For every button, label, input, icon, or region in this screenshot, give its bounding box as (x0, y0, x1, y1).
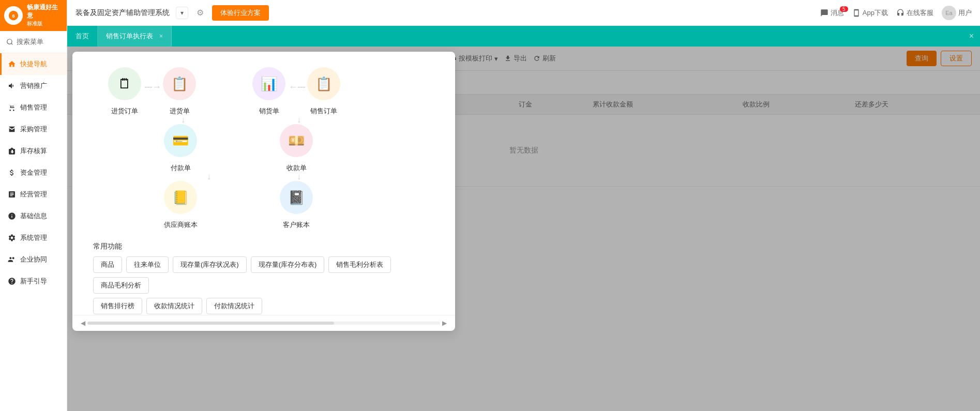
sidebar-item-basic-info[interactable]: 基础信息 (0, 205, 67, 227)
sidebar-item-system[interactable]: 系统管理 (0, 227, 67, 249)
customer-account-circle: 📓 (280, 181, 313, 214)
payment-node: 💳 付款单 (164, 124, 197, 173)
sidebar-item-home[interactable]: 快捷导航 (0, 53, 67, 75)
sidebar-item-operations-label: 经营管理 (20, 190, 47, 199)
sidebar-search-area[interactable]: 搜索菜单 (0, 31, 67, 53)
sidebar-item-marketing-label: 营销推广 (20, 81, 47, 90)
flow-row2: 💳 付款单 (107, 124, 197, 173)
scrollbar-right[interactable]: ▶ (442, 319, 447, 327)
main-content: 装备及固定资产辅助管理系统 ▾ ⚙ 体验行业方案 消息 5 App下载 在线客服 (67, 0, 980, 411)
func-buttons-row1: 商品 往来单位 现存量(库存状况表) 现存量(库存分布表) 销售毛利分析表 商品… (93, 256, 434, 294)
payment-circle: 💳 (164, 124, 197, 157)
tab-home[interactable]: 首页 (67, 26, 98, 47)
supplier-account-node: 📒 供应商账本 (164, 181, 198, 230)
topbar-right: 消息 5 App下载 在线客服 Ea 用户 (820, 6, 972, 20)
purchase-order-label: 进货订单 (111, 106, 138, 116)
topbar: 装备及固定资产辅助管理系统 ▾ ⚙ 体验行业方案 消息 5 App下载 在线客服 (67, 0, 980, 26)
func-btn-sales-rank[interactable]: 销售排行榜 (93, 298, 142, 314)
func-btn-stock-dist[interactable]: 现存量(库存分布表) (251, 256, 325, 273)
func-btn-partner[interactable]: 往来单位 (126, 256, 169, 273)
settings-button[interactable]: ⚙ (194, 6, 206, 20)
tab-home-label: 首页 (76, 32, 89, 41)
flow-diagram: 🗒 进货订单 - - - → 📋 进货单 (93, 67, 434, 230)
tab-sales-order-label: 销售订单执行表 (106, 32, 153, 41)
sales-bill-node: 📊 销货单 (252, 67, 285, 116)
sidebar-item-finance-label: 资金管理 (20, 168, 47, 177)
logo-text: 畅康通好生意 (27, 4, 63, 20)
user-name: 用户 (958, 8, 972, 18)
common-funcs: 常用功能 商品 往来单位 现存量(库存状况表) 现存量(库存分布表) 销售毛利分… (93, 242, 434, 314)
receipt-label: 收款单 (287, 163, 307, 173)
system-title: 装备及固定资产辅助管理系统 (76, 8, 170, 18)
system-dropdown[interactable]: ▾ (176, 7, 188, 19)
customer-account-node: 📓 客户账本 (280, 181, 313, 230)
purchase-order-node: 🗒 进货订单 (108, 67, 141, 116)
svg-point-2 (7, 39, 12, 44)
tab-sales-order[interactable]: 销售订单执行表 × (98, 26, 172, 47)
sidebar-item-guide[interactable]: 新手引导 (0, 270, 67, 292)
user-avatar: Ea (942, 6, 956, 20)
flow-row5: 💴 收款单 (280, 124, 313, 173)
sidebar-item-enterprise[interactable]: 企业协同 (0, 249, 67, 270)
purchase-bill-circle: 📋 (163, 67, 196, 100)
sidebar-item-inventory[interactable]: 库存核算 (0, 140, 67, 162)
online-service-label: 在线客服 (907, 8, 933, 18)
sidebar-item-guide-label: 新手引导 (20, 277, 47, 286)
search-label: 搜索菜单 (17, 37, 43, 47)
scrollbar-left[interactable]: ◀ (81, 319, 85, 327)
modal-scrollbar: ◀ ▶ (72, 315, 455, 331)
func-btn-payment-stats[interactable]: 付款情况统计 (206, 298, 262, 314)
func-btn-product[interactable]: 商品 (93, 256, 122, 273)
flow-right: 📊 销货单 ← - - - 📋 销售订单 (252, 67, 340, 230)
func-btn-receipt-stats[interactable]: 收款情况统计 (146, 298, 202, 314)
receipt-circle: 💴 (280, 124, 313, 157)
app-download-button[interactable]: App下载 (852, 8, 888, 18)
sales-bill-circle: 📊 (252, 67, 285, 100)
tabbar: 首页 销售订单执行表 × × (67, 26, 980, 47)
arrow-1: - - - → (144, 82, 160, 93)
sidebar-item-inventory-label: 库存核算 (20, 146, 47, 156)
experience-button[interactable]: 体验行业方案 (212, 5, 269, 21)
page-body: 帮助 按模板打印 ▾ 导出 刷新 (67, 47, 980, 411)
payment-label: 付款单 (171, 163, 191, 173)
flow-row3: 📒 供应商账本 (107, 181, 198, 230)
online-service-button[interactable]: 在线客服 (896, 8, 933, 18)
sales-order-circle: 📋 (307, 67, 340, 100)
sidebar-item-operations[interactable]: 经营管理 (0, 184, 67, 205)
tab-close-icon[interactable]: × (159, 33, 163, 40)
logo-sub: 标准版 (27, 20, 63, 27)
func-btn-product-margin[interactable]: 商品毛利分析 (93, 277, 149, 294)
sidebar-item-marketing[interactable]: 营销推广 (0, 75, 67, 97)
user-menu[interactable]: Ea 用户 (942, 6, 972, 20)
sidebar-item-sales-label: 销售管理 (20, 103, 47, 112)
arrow-down-1: ↓ (119, 116, 185, 124)
arrow-down-2: ↓ (93, 173, 211, 181)
sidebar-item-finance[interactable]: 资金管理 (0, 162, 67, 184)
message-badge: 5 (840, 6, 848, 12)
search-menu-button[interactable]: 搜索菜单 (4, 35, 63, 49)
sidebar-item-home-label: 快捷导航 (20, 59, 47, 69)
app-download-label: App下载 (863, 8, 888, 18)
func-buttons-row2: 销售排行榜 收款情况统计 付款情况统计 (93, 298, 434, 314)
sidebar-item-purchase[interactable]: 采购管理 (0, 118, 67, 140)
tab-bar-close[interactable]: × (963, 32, 980, 41)
flow-row4: 📊 销货单 ← - - - 📋 销售订单 (252, 67, 340, 116)
svg-line-3 (11, 43, 13, 45)
scrollbar-track (87, 322, 440, 325)
flow-row6: 📓 客户账本 (280, 181, 313, 230)
modal-overlay[interactable]: 🗒 进货订单 - - - → 📋 进货单 (67, 47, 980, 411)
modal-body: 🗒 进货订单 - - - → 📋 进货单 (72, 52, 455, 315)
purchase-bill-label: 进货单 (170, 106, 190, 116)
message-button[interactable]: 消息 5 (820, 8, 844, 18)
sidebar-item-basic-info-label: 基础信息 (20, 211, 47, 221)
sidebar-item-purchase-label: 采购管理 (20, 125, 47, 134)
func-btn-sales-margin[interactable]: 销售毛利分析表 (328, 256, 391, 273)
customer-account-label: 客户账本 (283, 220, 310, 230)
logo-icon: 6 (4, 6, 23, 25)
arrow-2: ← - - - (289, 82, 304, 93)
flow-left: 🗒 进货订单 - - - → 📋 进货单 (93, 67, 211, 230)
sidebar-item-sales[interactable]: 销售管理 (0, 97, 67, 118)
sidebar-logo: 6 畅康通好生意 标准版 (0, 0, 67, 31)
supplier-account-label: 供应商账本 (164, 220, 198, 230)
func-btn-stock-status[interactable]: 现存量(库存状况表) (173, 256, 247, 273)
